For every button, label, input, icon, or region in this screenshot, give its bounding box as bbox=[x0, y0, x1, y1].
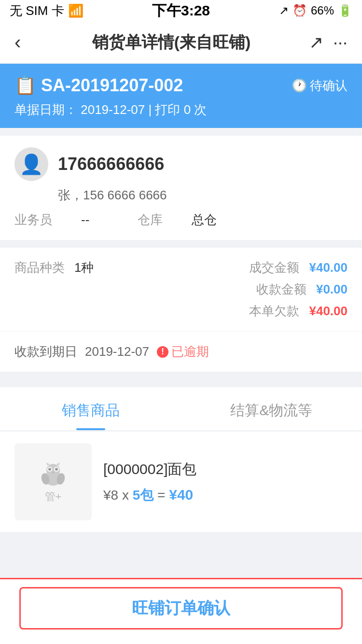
tab-settlement-label: 结算&物流等 bbox=[230, 402, 312, 418]
product-type-label: 商品种类 bbox=[14, 259, 65, 276]
sales-label: 业务员 bbox=[14, 211, 52, 228]
order-id-row: 📋 SA-20191207-002 🕐 待确认 bbox=[14, 75, 348, 96]
location-icon: ↗ bbox=[279, 4, 289, 17]
warehouse-label: 仓库 bbox=[138, 211, 163, 228]
due-date-value: 2019-12-07 bbox=[85, 344, 149, 359]
due-date-row: 收款到期日 2019-12-07 ! 已逾期 bbox=[14, 343, 348, 360]
tab-settlement[interactable]: 结算&物流等 bbox=[181, 387, 362, 430]
product-total: ¥40 bbox=[169, 487, 193, 503]
date-label: 单据日期： bbox=[14, 102, 77, 117]
product-thumbnail: 管+ bbox=[14, 443, 92, 520]
product-type-value: 1种 bbox=[74, 259, 94, 276]
customer-meta-row: 业务员 -- 仓库 总仓 bbox=[14, 211, 348, 228]
owl-plus-text: 管+ bbox=[45, 490, 62, 504]
product-equals: = bbox=[153, 488, 169, 503]
status-clock-icon: 🕐 bbox=[292, 78, 307, 93]
product-quantity: 5包 bbox=[133, 488, 154, 503]
customer-phone: 17666666666 bbox=[58, 154, 164, 174]
due-date-label: 收款到期日 bbox=[14, 343, 77, 360]
owed-amount-value: ¥40.00 bbox=[309, 304, 348, 319]
status-left: 无 SIM 卡 📶 bbox=[10, 2, 84, 19]
back-button[interactable]: ‹ bbox=[14, 31, 43, 53]
product-name: [0000002]面包 bbox=[103, 460, 348, 479]
svg-point-3 bbox=[48, 468, 51, 471]
received-amount-value: ¥0.00 bbox=[316, 282, 348, 297]
received-amount-row: 收款金额 ¥0.00 bbox=[256, 281, 348, 298]
order-id: 📋 SA-20191207-002 bbox=[14, 75, 183, 96]
battery-icon: 🔋 bbox=[338, 4, 352, 17]
carrier-text: 无 SIM 卡 bbox=[10, 2, 64, 19]
order-id-icon: 📋 bbox=[14, 75, 36, 96]
summary-left: 商品种类 1种 bbox=[14, 259, 94, 276]
status-right: ↗ ⏰ 66% 🔋 bbox=[279, 4, 352, 17]
summary-right: 成交金额 ¥40.00 收款金额 ¥0.00 本单欠款 ¥40.00 bbox=[249, 259, 348, 320]
nav-bar: ‹ 销货单详情(来自旺铺) ↗ ··· bbox=[0, 21, 362, 64]
print-separator: | 打印 bbox=[148, 102, 180, 117]
print-count: 0 bbox=[184, 102, 191, 117]
print-suffix: 次 bbox=[194, 102, 207, 117]
owed-amount-row: 本单欠款 ¥40.00 bbox=[249, 303, 348, 320]
customer-row: 👤 17666666666 bbox=[14, 147, 348, 181]
customer-name-row: 张，156 6666 6666 bbox=[14, 187, 348, 204]
wifi-icon: 📶 bbox=[68, 3, 84, 18]
customer-section: 👤 17666666666 张，156 6666 6666 业务员 -- 仓库 … bbox=[0, 136, 362, 240]
owed-amount-label: 本单欠款 bbox=[249, 303, 299, 320]
tabs-section: 销售商品 结算&物流等 bbox=[0, 387, 362, 431]
overdue-exclamation: ! bbox=[161, 347, 164, 357]
order-status-text: 待确认 bbox=[310, 77, 348, 94]
status-bar: 无 SIM 卡 📶 下午3:28 ↗ ⏰ 66% 🔋 bbox=[0, 0, 362, 21]
product-price-row: ¥8 x 5包 = ¥40 bbox=[103, 486, 348, 504]
transaction-amount-value: ¥40.00 bbox=[309, 260, 348, 275]
bottom-bar: 旺铺订单确认 bbox=[0, 578, 362, 644]
section-divider-2 bbox=[0, 372, 362, 379]
order-id-text: SA-20191207-002 bbox=[41, 75, 183, 96]
battery-text: 66% bbox=[311, 4, 334, 17]
alarm-icon: ⏰ bbox=[292, 4, 307, 17]
tab-sales-products-label: 销售商品 bbox=[62, 402, 120, 418]
summary-section: 商品种类 1种 成交金额 ¥40.00 收款金额 ¥0.00 本单欠款 ¥40.… bbox=[0, 248, 362, 331]
page-title: 销货单详情(来自旺铺) bbox=[43, 31, 299, 54]
svg-point-5 bbox=[55, 468, 58, 471]
order-status: 🕐 待确认 bbox=[292, 77, 348, 94]
svg-marker-7 bbox=[46, 462, 50, 465]
product-owl-logo: 管+ bbox=[34, 460, 72, 504]
tab-sales-products[interactable]: 销售商品 bbox=[0, 387, 181, 430]
received-amount-label: 收款金额 bbox=[256, 281, 306, 298]
overdue-badge: ! 已逾期 bbox=[157, 343, 209, 360]
share-icon[interactable]: ↗ bbox=[309, 32, 323, 53]
warehouse-value: 总仓 bbox=[192, 211, 217, 228]
svg-marker-8 bbox=[56, 462, 60, 465]
order-date: 2019-12-07 bbox=[81, 102, 145, 117]
confirm-order-button[interactable]: 旺铺订单确认 bbox=[19, 587, 343, 630]
product-price-formula: ¥8 x bbox=[103, 488, 133, 503]
more-icon[interactable]: ··· bbox=[333, 32, 348, 53]
overdue-dot-icon: ! bbox=[157, 346, 168, 358]
nav-actions: ↗ ··· bbox=[299, 32, 348, 53]
sales-value: -- bbox=[81, 212, 89, 227]
product-info: [0000002]面包 ¥8 x 5包 = ¥40 bbox=[103, 460, 348, 504]
order-date-row: 单据日期： 2019-12-07 | 打印 0 次 bbox=[14, 101, 348, 118]
due-date-section: 收款到期日 2019-12-07 ! 已逾期 bbox=[0, 331, 362, 372]
avatar-icon: 👤 bbox=[19, 153, 43, 176]
section-divider-1 bbox=[0, 240, 362, 248]
overdue-text: 已逾期 bbox=[171, 343, 209, 360]
transaction-amount-row: 成交金额 ¥40.00 bbox=[249, 259, 348, 276]
avatar: 👤 bbox=[14, 147, 48, 181]
order-banner: 📋 SA-20191207-002 🕐 待确认 单据日期： 2019-12-07… bbox=[0, 64, 362, 128]
transaction-amount-label: 成交金额 bbox=[249, 259, 299, 276]
status-time: 下午3:28 bbox=[152, 1, 210, 21]
product-item: 管+ [0000002]面包 ¥8 x 5包 = ¥40 bbox=[0, 432, 362, 532]
customer-name-phone: 张，156 6666 6666 bbox=[58, 188, 167, 202]
